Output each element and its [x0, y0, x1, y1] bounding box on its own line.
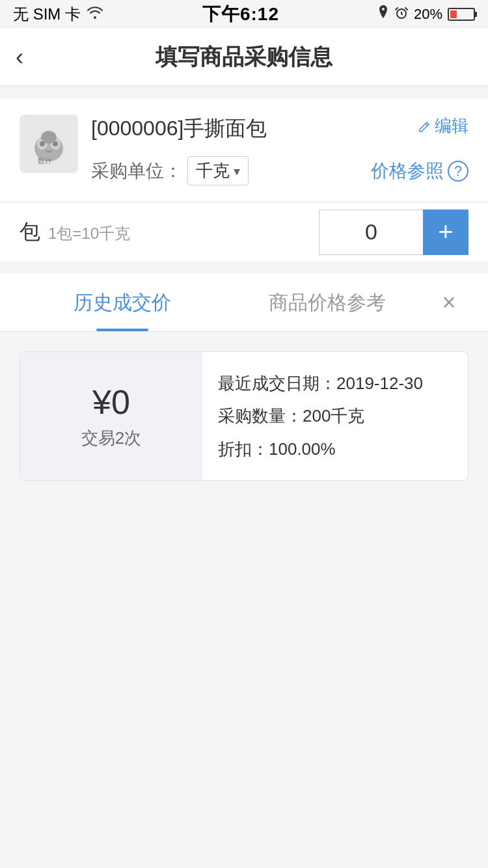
price-ref-help-icon: ? [448, 161, 468, 182]
unit-value: 千克 [196, 159, 230, 182]
quantity-label-group: 包 1包=10千克 [20, 218, 130, 247]
svg-point-8 [41, 131, 57, 144]
tab-product-price-ref[interactable]: 商品价格参考 [224, 274, 429, 331]
purchase-quantity-label: 采购数量： [218, 406, 303, 426]
tabs-container: 历史成交价 商品价格参考 × [0, 274, 488, 332]
history-times: 交易2次 [81, 427, 141, 450]
purchase-quantity-value: 200千克 [303, 406, 364, 426]
status-time: 下午6:12 [202, 2, 279, 27]
history-quantity-row: 采购数量：200千克 [218, 404, 452, 427]
unit-select[interactable]: 千克 ▾ [187, 156, 249, 185]
quantity-unit-hint: 1包=10千克 [48, 223, 130, 244]
alarm-icon [394, 5, 409, 23]
wifi-icon [86, 5, 104, 23]
quantity-unit: 包 [20, 218, 40, 247]
quantity-plus-button[interactable]: + [423, 210, 468, 255]
price-ref-button[interactable]: 价格参照 ? [371, 159, 468, 183]
history-discount-row: 折扣：100.00% [218, 437, 452, 461]
tab-close-button[interactable]: × [429, 283, 468, 322]
product-unit-row: 采购单位： 千克 ▾ 价格参照 ? [91, 156, 468, 185]
product-name: [0000006]手撕面包 [91, 115, 267, 143]
quantity-input-group: + [319, 210, 468, 255]
battery-percent: 20% [414, 6, 442, 23]
status-bar: 无 SIM 卡 下午6:12 20% [0, 0, 488, 29]
status-left: 无 SIM 卡 [13, 4, 104, 25]
tab-history-price[interactable]: 历史成交价 [20, 274, 224, 331]
quantity-input[interactable] [319, 210, 423, 255]
page-title: 填写商品采购信息 [156, 42, 332, 72]
edit-button[interactable]: 编辑 [418, 115, 468, 137]
quantity-section: 包 1包=10千克 + [0, 202, 488, 261]
battery-icon [448, 8, 475, 21]
latest-date-label: 最近成交日期： [218, 373, 336, 393]
svg-text:数计: 数计 [38, 157, 52, 165]
history-details: 最近成交日期：2019-12-30 采购数量：200千克 折扣：100.00% [202, 352, 468, 480]
product-header: [0000006]手撕面包 编辑 [91, 115, 468, 143]
price-ref-label: 价格参照 [371, 159, 444, 183]
back-button[interactable]: ‹ [16, 44, 23, 71]
location-icon [377, 5, 389, 23]
nav-bar: ‹ 填写商品采购信息 [0, 29, 488, 86]
discount-value: 100.00% [269, 439, 336, 459]
unit-label: 采购单位： [91, 159, 182, 183]
tab-active-indicator [96, 329, 148, 331]
discount-label: 折扣： [218, 439, 269, 459]
tab-history-label: 历史成交价 [74, 290, 171, 316]
product-card: 数计 [0000006]手撕面包 编辑 采购单位： 千克 ▾ [0, 99, 488, 201]
history-date-row: 最近成交日期：2019-12-30 [218, 372, 452, 395]
tab-price-ref-label: 商品价格参考 [269, 290, 386, 316]
unit-arrow-icon: ▾ [234, 163, 240, 179]
carrier-text: 无 SIM 卡 [13, 4, 81, 25]
history-price-value: ¥0 [92, 383, 130, 422]
price-number: 0 [111, 383, 130, 421]
latest-date-value: 2019-12-30 [336, 373, 423, 393]
history-price-left: ¥0 交易2次 [20, 352, 202, 480]
product-logo: 数计 [20, 115, 78, 173]
edit-label: 编辑 [435, 115, 468, 137]
price-symbol: ¥ [92, 383, 111, 421]
history-card: ¥0 交易2次 最近成交日期：2019-12-30 采购数量：200千克 折扣：… [20, 351, 468, 481]
status-right: 20% [377, 5, 475, 23]
content-area: ¥0 交易2次 最近成交日期：2019-12-30 采购数量：200千克 折扣：… [0, 332, 488, 592]
product-info: [0000006]手撕面包 编辑 采购单位： 千克 ▾ 价格参照 ? [91, 115, 468, 185]
